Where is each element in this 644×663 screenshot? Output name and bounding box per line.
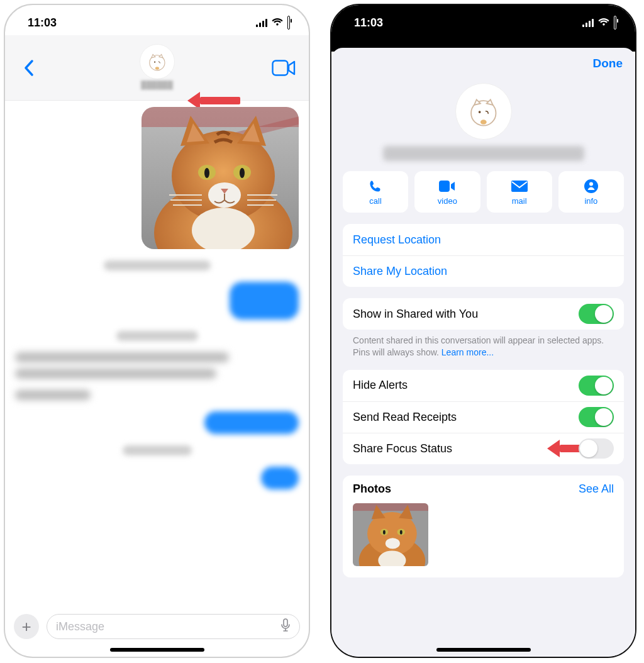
share-focus-status-label: Share Focus Status: [353, 442, 452, 455]
contact-header: [331, 79, 635, 171]
hide-alerts-toggle[interactable]: [579, 376, 614, 396]
facetime-video-button[interactable]: [270, 57, 297, 79]
conversation-header: ██████: [5, 35, 309, 101]
phone-messages: 11:03: [4, 4, 310, 658]
learn-more-link[interactable]: Learn more...: [441, 347, 494, 357]
battery-icon: [614, 16, 616, 30]
read-receipts-toggle[interactable]: [579, 407, 614, 427]
svg-rect-3: [273, 60, 288, 75]
mail-icon: [511, 179, 528, 194]
status-bar: 11:03: [5, 5, 309, 35]
contact-name-redacted: ██████: [141, 81, 173, 89]
status-indicators: [256, 16, 290, 30]
svg-point-17: [478, 111, 480, 113]
action-info-label: info: [584, 196, 597, 206]
back-button[interactable]: [16, 55, 42, 81]
action-video-label: video: [438, 196, 457, 206]
svg-point-12: [240, 168, 245, 178]
status-time: 11:03: [28, 16, 57, 30]
read-receipts-label: Send Read Receipts: [353, 411, 457, 424]
shared-with-you-footnote: Content shared in this conversation will…: [331, 330, 635, 359]
share-my-location-row[interactable]: Share My Location: [343, 255, 624, 287]
svg-rect-20: [511, 181, 528, 192]
read-receipts-row: Send Read Receipts: [343, 401, 624, 433]
cellular-signal-icon: [582, 19, 594, 27]
conversation-body[interactable]: [5, 101, 309, 608]
action-video[interactable]: video: [414, 171, 480, 213]
hide-alerts-label: Hide Alerts: [353, 379, 408, 392]
svg-point-29: [383, 530, 386, 535]
alerts-section: Hide Alerts Send Read Receipts Share Foc…: [343, 370, 624, 464]
action-call-label: call: [369, 196, 382, 206]
timestamp-redacted: [104, 260, 211, 270]
dictation-mic-icon[interactable]: [280, 618, 291, 635]
action-mail[interactable]: mail: [487, 171, 552, 213]
svg-point-11: [204, 168, 209, 178]
svg-point-21: [584, 179, 598, 193]
video-icon: [439, 179, 455, 194]
shared-with-you-row: Show in Shared with You: [343, 298, 624, 330]
apps-plus-button[interactable]: +: [14, 614, 39, 639]
message-input[interactable]: iMessage: [47, 614, 300, 639]
cellular-signal-icon: [256, 19, 267, 27]
share-focus-status-toggle[interactable]: [579, 438, 614, 459]
share-my-location-label: Share My Location: [353, 265, 447, 278]
action-info[interactable]: info: [558, 171, 624, 213]
status-time: 11:03: [354, 16, 383, 30]
sent-bubble-redacted: [230, 282, 299, 320]
status-indicators: [582, 16, 616, 30]
svg-point-31: [386, 538, 400, 549]
info-icon: [584, 179, 598, 194]
quick-actions: call video mail info: [331, 171, 635, 213]
contact-details-sheet: Done call: [331, 48, 635, 657]
received-bubble-redacted: [15, 352, 229, 379]
phone-icon: [369, 179, 382, 194]
received-bubble-redacted: [15, 390, 91, 400]
wifi-icon: [597, 16, 610, 30]
svg-rect-24: [353, 503, 428, 511]
status-bar: 11:03: [331, 5, 635, 35]
timestamp-redacted: [123, 445, 192, 455]
contact-avatar-button[interactable]: ██████: [140, 44, 175, 89]
shared-with-you-toggle[interactable]: [579, 304, 614, 324]
home-indicator[interactable]: [436, 648, 531, 652]
svg-rect-15: [284, 619, 287, 627]
photo-thumbnail[interactable]: [353, 503, 428, 566]
contact-name-redacted: [383, 146, 584, 161]
message-image-bubble[interactable]: [142, 107, 299, 249]
svg-point-30: [400, 530, 402, 535]
action-mail-label: mail: [512, 196, 527, 206]
location-section: Request Location Share My Location: [343, 224, 624, 287]
wifi-icon: [271, 16, 284, 30]
action-call[interactable]: call: [343, 171, 408, 213]
photos-section-header: Photos See All: [343, 476, 624, 503]
svg-rect-19: [439, 181, 450, 192]
message-input-placeholder: iMessage: [56, 620, 104, 633]
sent-bubble-redacted: [261, 467, 299, 489]
timestamp-redacted: [116, 331, 198, 341]
svg-point-1: [154, 62, 155, 63]
share-focus-status-row: Share Focus Status: [343, 433, 624, 464]
done-button[interactable]: Done: [593, 57, 623, 70]
avatar-icon: [140, 44, 175, 79]
hide-alerts-row: Hide Alerts: [343, 370, 624, 401]
sent-bubble-redacted: [204, 411, 299, 434]
shared-with-you-label: Show in Shared with You: [353, 308, 478, 321]
phone-contact-details: 11:03 Done: [330, 4, 636, 658]
battery-icon: [287, 16, 290, 30]
home-indicator[interactable]: [110, 648, 204, 652]
contact-avatar[interactable]: [455, 83, 512, 140]
photos-title: Photos: [353, 482, 391, 496]
sheet-header: Done: [331, 48, 635, 79]
request-location-label: Request Location: [353, 233, 441, 247]
shared-with-you-section: Show in Shared with You: [343, 298, 624, 330]
svg-point-2: [155, 67, 158, 70]
photos-section: Photos See All: [343, 476, 624, 577]
svg-point-22: [589, 182, 593, 186]
request-location-row[interactable]: Request Location: [343, 224, 624, 255]
svg-point-18: [480, 120, 487, 125]
photos-see-all-button[interactable]: See All: [579, 482, 614, 496]
